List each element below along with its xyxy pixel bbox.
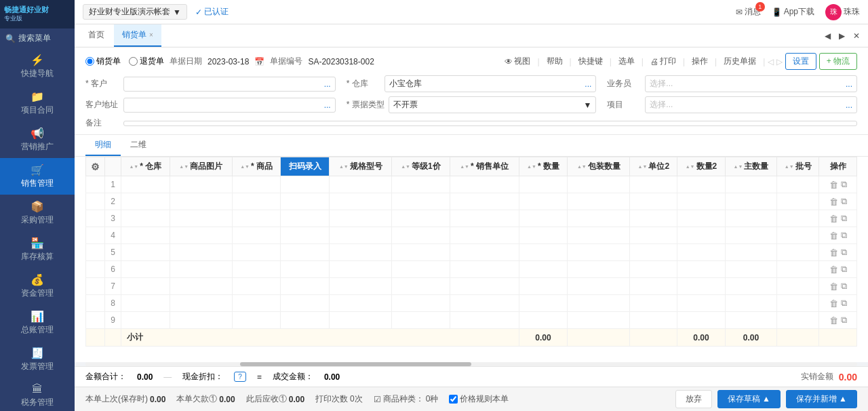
sub-tab-2d[interactable]: 二维 bbox=[121, 135, 156, 156]
row-warehouse-cell[interactable] bbox=[121, 244, 170, 261]
row-unit2-cell[interactable] bbox=[630, 295, 677, 312]
sidebar-item-quick-nav[interactable]: ⚡ 快捷导航 bbox=[0, 48, 75, 85]
row-main-qty-cell[interactable] bbox=[725, 244, 777, 261]
row-unit-cell[interactable] bbox=[450, 210, 519, 227]
user-menu[interactable]: 珠 珠珠 bbox=[825, 4, 860, 20]
row-product-cell[interactable] bbox=[232, 295, 281, 312]
row-qty-cell[interactable] bbox=[519, 312, 568, 329]
help-action[interactable]: 帮助 bbox=[542, 54, 567, 68]
row-pack-qty-cell[interactable] bbox=[568, 176, 630, 193]
row-product-cell[interactable] bbox=[232, 312, 281, 329]
sidebar-item-inventory[interactable]: 🏪 库存核算 bbox=[0, 231, 75, 268]
sidebar-item-sales[interactable]: 🛒 销售管理 bbox=[0, 158, 75, 195]
remark-input[interactable] bbox=[123, 121, 857, 126]
row-product-cell[interactable] bbox=[232, 193, 281, 210]
row-image-cell[interactable] bbox=[170, 244, 232, 261]
operation-action[interactable]: 操作 bbox=[688, 54, 712, 68]
row-price1-cell[interactable] bbox=[392, 193, 450, 210]
row-delete-button[interactable]: 🗑 bbox=[829, 281, 838, 292]
row-pack-qty-cell[interactable] bbox=[568, 193, 630, 210]
row-product-cell[interactable] bbox=[232, 227, 281, 244]
row-batch-cell[interactable] bbox=[777, 278, 819, 295]
row-spec-cell[interactable] bbox=[330, 295, 392, 312]
radio-return-input[interactable] bbox=[129, 57, 138, 66]
row-unit2-cell[interactable] bbox=[630, 210, 677, 227]
row-qty2-cell[interactable] bbox=[677, 295, 725, 312]
row-batch-cell[interactable] bbox=[777, 312, 819, 329]
address-input[interactable]: ... bbox=[123, 98, 336, 113]
tab-next-button[interactable]: ▶ bbox=[836, 30, 848, 42]
radio-return[interactable]: 退货单 bbox=[129, 56, 164, 67]
row-qty-cell[interactable] bbox=[519, 244, 568, 261]
row-unit2-cell[interactable] bbox=[630, 244, 677, 261]
row-unit-cell[interactable] bbox=[450, 295, 519, 312]
row-delete-button[interactable]: 🗑 bbox=[829, 213, 838, 224]
save-draft-button[interactable]: 保存草稿 ▲ bbox=[717, 390, 781, 408]
row-spec-cell[interactable] bbox=[330, 261, 392, 278]
project-input[interactable]: 选择... ... bbox=[645, 96, 857, 113]
setup-button[interactable]: 设置 bbox=[785, 53, 816, 70]
tab-home[interactable]: 首页 bbox=[80, 24, 113, 47]
message-button[interactable]: ✉ 消息 1 bbox=[736, 6, 761, 18]
row-copy-button[interactable]: ⧉ bbox=[841, 196, 847, 207]
row-unit-cell[interactable] bbox=[450, 261, 519, 278]
row-unit2-cell[interactable] bbox=[630, 193, 677, 210]
sidebar-item-tax[interactable]: 🏛 税务管理 bbox=[0, 378, 75, 411]
row-qty-cell[interactable] bbox=[519, 261, 568, 278]
gear-icon[interactable]: ⚙ bbox=[91, 161, 100, 172]
row-qty2-cell[interactable] bbox=[677, 312, 725, 329]
row-copy-button[interactable]: ⧉ bbox=[841, 247, 847, 258]
row-price1-cell[interactable] bbox=[392, 210, 450, 227]
row-delete-button[interactable]: 🗑 bbox=[829, 264, 838, 275]
row-spec-cell[interactable] bbox=[330, 312, 392, 329]
row-product-cell[interactable] bbox=[232, 210, 281, 227]
sidebar-item-invoice[interactable]: 🧾 发票管理 bbox=[0, 341, 75, 378]
row-unit-cell[interactable] bbox=[450, 227, 519, 244]
row-qty2-cell[interactable] bbox=[677, 278, 725, 295]
row-delete-button[interactable]: 🗑 bbox=[829, 298, 838, 309]
row-pack-qty-cell[interactable] bbox=[568, 227, 630, 244]
row-unit-cell[interactable] bbox=[450, 176, 519, 193]
row-price1-cell[interactable] bbox=[392, 176, 450, 193]
row-batch-cell[interactable] bbox=[777, 176, 819, 193]
row-price1-cell[interactable] bbox=[392, 244, 450, 261]
sidebar-item-funds[interactable]: 💰 资金管理 bbox=[0, 268, 75, 305]
row-copy-button[interactable]: ⧉ bbox=[841, 213, 847, 224]
row-image-cell[interactable] bbox=[170, 193, 232, 210]
row-spec-cell[interactable] bbox=[330, 244, 392, 261]
row-main-qty-cell[interactable] bbox=[725, 312, 777, 329]
row-image-cell[interactable] bbox=[170, 278, 232, 295]
row-spec-cell[interactable] bbox=[330, 193, 392, 210]
row-main-qty-cell[interactable] bbox=[725, 176, 777, 193]
row-unit2-cell[interactable] bbox=[630, 261, 677, 278]
calendar-icon[interactable]: 📅 bbox=[254, 57, 264, 66]
row-qty2-cell[interactable] bbox=[677, 244, 725, 261]
row-spec-cell[interactable] bbox=[330, 176, 392, 193]
row-image-cell[interactable] bbox=[170, 312, 232, 329]
tab-prev-button[interactable]: ◀ bbox=[822, 30, 833, 42]
dropdown-arrow-save-draft[interactable]: ▲ bbox=[762, 394, 770, 404]
sidebar-item-accounts[interactable]: 📊 总账管理 bbox=[0, 305, 75, 341]
row-main-qty-cell[interactable] bbox=[725, 295, 777, 312]
sub-tab-detail[interactable]: 明细 bbox=[85, 135, 121, 156]
row-pack-qty-cell[interactable] bbox=[568, 312, 630, 329]
company-selector[interactable]: 好业财专业版演示帐套 ▼ bbox=[83, 4, 187, 20]
row-spec-cell[interactable] bbox=[330, 210, 392, 227]
row-main-qty-cell[interactable] bbox=[725, 193, 777, 210]
row-unit2-cell[interactable] bbox=[630, 176, 677, 193]
row-unit-cell[interactable] bbox=[450, 278, 519, 295]
add-logistics-button[interactable]: + 物流 bbox=[819, 53, 857, 70]
sidebar-item-purchase[interactable]: 📦 采购管理 bbox=[0, 195, 75, 231]
row-batch-cell[interactable] bbox=[777, 210, 819, 227]
row-quickinput-cell[interactable] bbox=[281, 210, 330, 227]
row-spec-cell[interactable] bbox=[330, 227, 392, 244]
row-warehouse-cell[interactable] bbox=[121, 227, 170, 244]
project-dots[interactable]: ... bbox=[846, 100, 852, 110]
row-unit2-cell[interactable] bbox=[630, 278, 677, 295]
row-copy-button[interactable]: ⧉ bbox=[841, 281, 847, 292]
sidebar-item-project[interactable]: 📁 项目合同 bbox=[0, 85, 75, 121]
shortcut-action[interactable]: 快捷键 bbox=[574, 54, 607, 68]
row-delete-button[interactable]: 🗑 bbox=[829, 247, 838, 258]
row-qty2-cell[interactable] bbox=[677, 176, 725, 193]
row-warehouse-cell[interactable] bbox=[121, 261, 170, 278]
